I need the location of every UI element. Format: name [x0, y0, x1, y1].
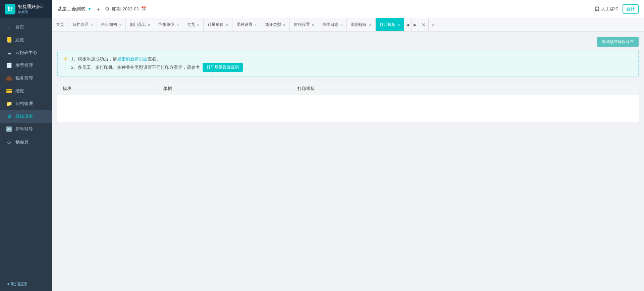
sidebar-label-checkout: 结账 [15, 88, 24, 94]
sidebar-item-home[interactable]: ⌂ 首页 [0, 21, 52, 34]
sidebar-label-reports: 云报表中心 [15, 50, 37, 56]
tab-operation-log[interactable]: 操作日志 × [318, 18, 347, 31]
tab-close-department[interactable]: × [148, 23, 150, 27]
unpin-button[interactable]: ◄ 取消固定 [0, 277, 52, 291]
company-selector[interactable]: 基层工会测试 ▼ [57, 6, 92, 12]
tab-currency[interactable]: 币种设置 × [232, 18, 261, 31]
sidebar-nav: ⌂ 首页 📒 总账 ☁ 云报表中心 🧾 发票管理 💼 税务管理 💳 结账 📁 归… [0, 18, 52, 277]
customer-service-label: 人工咨询 [601, 6, 619, 12]
period-info: 账期 2023-03 📅 [112, 6, 146, 12]
sidebar-label-archive: 归档管理 [15, 101, 33, 107]
tab-print-template[interactable]: 打印模板 × [376, 18, 404, 31]
tab-home[interactable]: 首页 [52, 18, 68, 31]
settings-icon: ⚙ [6, 113, 12, 119]
hide-template-button[interactable]: 隐藏预置模板设置 [597, 37, 639, 47]
header-right: 🎧 人工咨询 会计 [594, 4, 639, 14]
tab-expand-button[interactable]: ⤢ [429, 18, 437, 31]
tab-subject-init[interactable]: 科目期初 × [97, 18, 125, 31]
sidebar-item-reports[interactable]: ☁ 云报表中心 [0, 46, 52, 59]
col-header-document: 单据 [158, 82, 292, 95]
archive-icon: 📁 [6, 101, 12, 107]
reports-icon: ☁ [6, 50, 12, 56]
table-body [57, 95, 639, 122]
sidebar-item-checkout[interactable]: 💳 结账 [0, 85, 52, 97]
member-icon: ◇ [6, 139, 12, 145]
tax-icon: 💼 [6, 75, 12, 81]
top-header: 基层工会测试 ▼ ＋ ⚙ 账期 2023-03 📅 🎧 人工咨询 会计 [52, 0, 644, 18]
sidebar-item-archive[interactable]: 📁 归档管理 [0, 97, 52, 110]
info-line1-prefix: 1、模板添加成功后，请 [71, 56, 117, 61]
tab-close-document-template[interactable]: × [369, 23, 371, 27]
refresh-link[interactable]: 点击刷新新页面 [117, 56, 148, 61]
tab-tax-settings[interactable]: 财税设置 × [290, 18, 318, 31]
print-scene-button[interactable]: 打印场景设置说明 [203, 63, 243, 72]
sidebar-label-guide: 新手引导 [15, 126, 33, 132]
sidebar-label-settings: 基础设置 [15, 113, 33, 119]
tab-next-button[interactable]: ▶ [412, 18, 419, 31]
sidebar-label-invoice: 发票管理 [15, 62, 33, 68]
tab-close-currency[interactable]: × [255, 23, 257, 27]
tab-unit[interactable]: 计量单位 × [204, 18, 232, 31]
page-content: 隐藏预置模板设置 ☀ 1、模板添加成功后，请点击刷新新页面查看。 2、多员工、多… [52, 32, 644, 291]
sidebar-item-guide[interactable]: 🆕 新手引导 [0, 123, 52, 136]
checkout-icon: 💳 [6, 88, 12, 94]
sidebar-label-member: 畅会员 [15, 139, 29, 145]
app-logo: 好 畅捷通好会计 旗舰版 [0, 0, 52, 18]
sidebar-item-member[interactable]: ◇ 畅会员 [0, 136, 52, 148]
logo-text: 畅捷通好会计 旗舰版 [18, 4, 44, 14]
bulb-icon: ☀ [63, 56, 68, 62]
account-button[interactable]: 会计 [623, 4, 639, 14]
info-line2: 2、多员工、多打印机、多种业务类型设置不同打印方案等，请参考 [71, 63, 200, 71]
hide-template-area: 隐藏预置模板设置 [57, 37, 639, 47]
data-table: 模块 单据 打印模板 [57, 82, 639, 122]
tab-document-template[interactable]: 单据模板 × [347, 18, 375, 31]
tab-close-tax-settings[interactable]: × [312, 23, 314, 27]
sidebar-label-tax: 税务管理 [15, 75, 33, 81]
tab-close-inventory[interactable]: × [197, 23, 199, 27]
invoice-icon: 🧾 [6, 62, 12, 68]
table-header: 模块 单据 打印模板 [57, 82, 639, 95]
sidebar-item-invoice[interactable]: 🧾 发票管理 [0, 59, 52, 72]
info-line1-suffix: 查看。 [148, 56, 161, 61]
info-box: ☀ 1、模板添加成功后，请点击刷新新页面查看。 2、多员工、多打印机、多种业务类… [57, 50, 639, 77]
sidebar: 好 畅捷通好会计 旗舰版 ⌂ 首页 📒 总账 ☁ 云报表中心 🧾 发票管理 💼 … [0, 0, 52, 291]
tab-close-archive[interactable]: × [91, 23, 93, 27]
tab-close-voucher-type[interactable]: × [283, 23, 285, 27]
tab-contacts[interactable]: 往来单位 × [154, 18, 183, 31]
info-text: 1、模板添加成功后，请点击刷新新页面查看。 2、多员工、多打印机、多种业务类型设… [71, 55, 243, 72]
guide-icon: 🆕 [6, 126, 12, 132]
main-area: 基层工会测试 ▼ ＋ ⚙ 账期 2023-03 📅 🎧 人工咨询 会计 首页 归… [52, 0, 644, 291]
tab-close-all-button[interactable]: ✕ [419, 18, 429, 31]
sidebar-label-ledger: 总账 [15, 37, 24, 43]
logo-icon: 好 [5, 4, 15, 14]
period-value: 2023-03 [123, 6, 139, 11]
headset-icon: 🎧 [594, 6, 600, 11]
sidebar-label-home: 首页 [15, 24, 24, 30]
col-header-print-template: 打印模板 [292, 82, 639, 95]
home-icon: ⌂ [6, 25, 12, 30]
customer-service-button[interactable]: 🎧 人工咨询 [594, 6, 619, 12]
tab-prev-button[interactable]: ◀ [404, 18, 412, 31]
header-left: 基层工会测试 ▼ ＋ ⚙ 账期 2023-03 📅 [57, 5, 146, 13]
tab-inventory[interactable]: 存货 × [183, 18, 204, 31]
tab-close-contacts[interactable]: × [176, 23, 178, 27]
company-name: 基层工会测试 [57, 6, 86, 12]
sidebar-item-tax[interactable]: 💼 税务管理 [0, 72, 52, 85]
calendar-icon[interactable]: 📅 [141, 6, 146, 11]
add-tab-button[interactable]: ＋ [94, 5, 102, 13]
sidebar-item-ledger[interactable]: 📒 总账 [0, 34, 52, 46]
sidebar-item-settings[interactable]: ⚙ 基础设置 [0, 110, 52, 123]
tab-close-operation-log[interactable]: × [340, 23, 342, 27]
tab-archive[interactable]: 归档管理 × [68, 18, 97, 31]
tab-department[interactable]: 部门员工 × [126, 18, 154, 31]
period-label: 账期 [112, 6, 121, 12]
ledger-icon: 📒 [6, 37, 12, 43]
tab-voucher-type[interactable]: 凭证类型 × [261, 18, 289, 31]
col-header-module: 模块 [57, 82, 158, 95]
tab-close-subject-init[interactable]: × [119, 23, 121, 27]
tab-close-unit[interactable]: × [226, 23, 228, 27]
settings-gear-button[interactable]: ⚙ [105, 6, 109, 12]
tab-close-print-template[interactable]: × [398, 23, 400, 27]
dropdown-icon: ▼ [88, 7, 92, 11]
tab-bar: 首页 归档管理 × 科目期初 × 部门员工 × 往来单位 × 存货 × 计量单位… [52, 18, 644, 32]
